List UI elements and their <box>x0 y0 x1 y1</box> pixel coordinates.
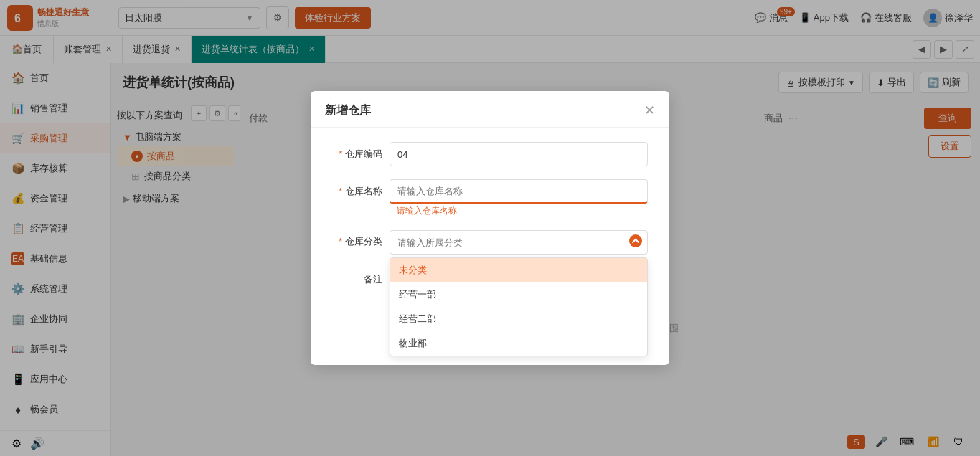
dropdown-item-2[interactable]: 经营二部 <box>390 307 647 331</box>
form-row-code: 仓库编码 <box>332 142 648 166</box>
name-input[interactable] <box>390 179 648 204</box>
modal-body: 仓库编码 仓库名称 请输入仓库名称 仓库分类 <box>311 128 669 319</box>
code-label: 仓库编码 <box>332 148 390 161</box>
name-error-msg: 请输入仓库名称 <box>397 205 457 217</box>
new-warehouse-modal: 新增仓库 ✕ 仓库编码 仓库名称 请输入仓库名称 仓库分类 <box>311 91 669 365</box>
modal-overlay: 新增仓库 ✕ 仓库编码 仓库名称 请输入仓库名称 仓库分类 <box>0 0 980 456</box>
category-label: 仓库分类 <box>332 230 390 248</box>
dropdown-item-3[interactable]: 物业部 <box>390 331 647 356</box>
category-select-wrap: 未分类 经营一部 经营二部 物业部 <box>390 230 648 255</box>
form-row-name: 仓库名称 请输入仓库名称 <box>332 179 648 217</box>
category-dropdown: 未分类 经营一部 经营二部 物业部 <box>390 257 648 356</box>
dropdown-item-0[interactable]: 未分类 <box>390 258 647 282</box>
category-input[interactable] <box>390 230 648 255</box>
form-row-category: 仓库分类 未分类 经营一部 经营二部 物业部 <box>332 230 648 255</box>
modal-header: 新增仓库 ✕ <box>311 91 669 128</box>
code-input[interactable] <box>390 142 648 166</box>
dropdown-item-1[interactable]: 经营一部 <box>390 282 647 307</box>
note-label: 备注 <box>332 273 390 286</box>
modal-close-btn[interactable]: ✕ <box>644 103 655 118</box>
modal-title: 新增仓库 <box>325 103 371 118</box>
name-label: 仓库名称 <box>332 185 390 198</box>
